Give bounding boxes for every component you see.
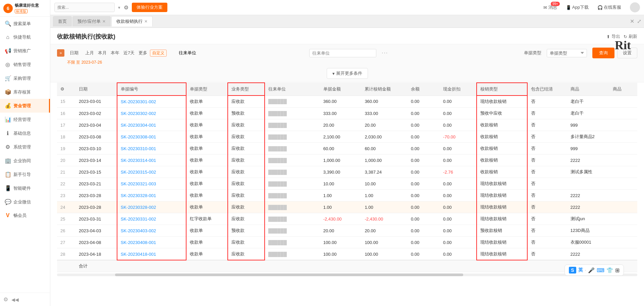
row-voucher-no[interactable]: SK-20230315-002	[117, 166, 186, 178]
row-number: 15	[57, 96, 75, 108]
table-scrollbar[interactable]	[57, 273, 637, 276]
query-button[interactable]: 查询	[592, 48, 614, 58]
voucher-type-select[interactable]: 单据类型	[547, 49, 587, 57]
gear-icon[interactable]: ⚙	[124, 4, 128, 11]
row-voucher-no[interactable]: SK-20230302-002	[117, 108, 186, 119]
sidebar-item-inventory[interactable]: 📦 库存核算	[0, 85, 50, 99]
row-balance: 0.00	[408, 213, 440, 225]
amount-column-header: 单据金额	[320, 83, 362, 96]
row-voucher-no[interactable]: SK-20230408-001	[117, 237, 186, 248]
row-balance: 0.00	[408, 201, 440, 213]
row-writeoff-type: 现结收款核销	[477, 201, 527, 213]
tab-collection-close[interactable]: ✕	[144, 19, 148, 24]
row-voucher-no[interactable]: SK-20230310-001	[117, 143, 186, 155]
row-voucher-no[interactable]: SK-20230403-002	[117, 225, 186, 237]
row-voucher-type: 红字收款单	[186, 213, 228, 225]
search-input[interactable]	[54, 3, 115, 12]
row-partner: ██████	[265, 237, 320, 248]
date-7days-button[interactable]: 近7天	[122, 49, 136, 57]
tab-prepay[interactable]: 预付/应付单 ✕	[72, 16, 111, 26]
row-voucher-no[interactable]: SK-20230418-001	[117, 248, 186, 260]
voucher-link[interactable]: SK-20230418-001	[121, 252, 156, 257]
voucher-link[interactable]: SK-20230308-001	[121, 134, 156, 139]
row-voucher-no[interactable]: SK-20230301-002	[117, 96, 186, 108]
row-writeoff-type: 现结收款核销	[477, 96, 527, 108]
voucher-link[interactable]: SK-20230331-002	[121, 217, 156, 222]
voucher-link[interactable]: SK-20230302-002	[121, 111, 156, 116]
sidebar-item-operations[interactable]: 📊 经营管理	[0, 113, 50, 126]
row-balance: 0.00	[408, 155, 440, 166]
row-cash-discount: 0.00	[440, 155, 477, 166]
voucher-link[interactable]: SK-20230310-001	[121, 146, 156, 151]
sidebar-item-wechat[interactable]: 💬 企业微信	[0, 195, 50, 209]
sidebar-item-wechat-label: 企业微信	[13, 199, 31, 205]
date-custom-button[interactable]: 自定义	[150, 50, 167, 57]
sidebar-item-member[interactable]: V 畅会员	[0, 209, 50, 222]
voucher-link[interactable]: SK-20230408-001	[121, 240, 156, 245]
row-cash-discount: 0.00	[440, 190, 477, 201]
expand-conditions-button[interactable]: ▾ 展开更多条件	[327, 68, 368, 79]
row-product: 123D商品	[567, 225, 610, 237]
voucher-link[interactable]: SK-20230301-002	[121, 99, 156, 104]
voucher-link[interactable]: SK-20230403-002	[121, 228, 156, 233]
collapse-icon[interactable]: ◀◀	[11, 297, 19, 302]
voucher-link[interactable]: SK-20230304-001	[121, 123, 156, 128]
sidebar-item-finance[interactable]: 💰 资金管理	[0, 99, 50, 113]
row-voucher-no[interactable]: SK-20230328-002	[117, 201, 186, 213]
row-cumulative: 10.00	[361, 178, 407, 190]
row-voucher-type: 收款单	[186, 178, 228, 190]
partner-input[interactable]	[309, 49, 376, 57]
row-biz-type: 应收款	[228, 119, 265, 131]
tab-home[interactable]: 首页	[53, 16, 72, 26]
sidebar-logo[interactable]: 6 畅康道好生意 标准版	[0, 0, 50, 17]
more-options-icon[interactable]: ···	[382, 50, 388, 56]
voucher-link[interactable]: SK-20230328-002	[121, 205, 156, 210]
voucher-link[interactable]: SK-20230314-001	[121, 158, 156, 163]
sidebar-item-corp[interactable]: 🏢 企业协同	[0, 154, 50, 168]
sidebar-item-system[interactable]: ⚙ 系统管理	[0, 140, 50, 154]
row-voucher-no[interactable]: SK-20230314-001	[117, 155, 186, 166]
sidebar-item-basic[interactable]: ℹ 基础信息	[0, 126, 50, 140]
row-voucher-no[interactable]: SK-20230304-001	[117, 119, 186, 131]
sidebar-item-purchase[interactable]: 🛒 采购管理	[0, 71, 50, 85]
sidebar-item-hardware[interactable]: 📱 智能硬件	[0, 181, 50, 195]
row-amount: 20.00	[320, 119, 362, 131]
sidebar-item-guide[interactable]: 📋 新手引导	[0, 168, 50, 181]
row-product: 老白干	[567, 108, 610, 119]
row-voucher-no[interactable]: SK-20230321-003	[117, 178, 186, 190]
sidebar-item-quick[interactable]: ⌂ 快捷导航	[0, 30, 50, 44]
date-curr-year-button[interactable]: 本年	[109, 49, 121, 57]
sidebar-item-search[interactable]: 🔍 搜索菜单	[0, 17, 50, 30]
gear-settings-icon[interactable]: ⚙	[60, 86, 64, 91]
voucher-link[interactable]: SK-20230315-002	[121, 170, 156, 175]
date-prev-month-button[interactable]: 上月	[84, 49, 95, 57]
voucher-link[interactable]: SK-20230321-003	[121, 181, 156, 186]
tab-collection[interactable]: 收款核销执行 ✕	[111, 16, 153, 26]
row-amount: 2,100.00	[320, 131, 362, 143]
service-button[interactable]: 🎧 在线客服	[597, 4, 621, 10]
date-curr-month-button[interactable]: 本月	[97, 49, 108, 57]
total-cell-1: 合计	[75, 260, 117, 272]
dropdown-icon[interactable]: ▾	[118, 5, 120, 10]
settings-icon[interactable]: ⚙	[3, 296, 8, 303]
user-avatar[interactable]	[630, 2, 640, 12]
row-product2	[609, 166, 637, 178]
close-all-icon[interactable]: ✕	[630, 18, 634, 24]
row-voucher-no[interactable]: SK-20230308-001	[117, 131, 186, 143]
date-more-button[interactable]: 更多	[137, 49, 149, 57]
notification-button[interactable]: ✉ 消息 99+	[543, 4, 557, 10]
total-cell-4	[228, 260, 265, 272]
row-voucher-no[interactable]: SK-20230331-002	[117, 213, 186, 225]
voucher-link[interactable]: SK-20230328-001	[121, 193, 156, 198]
app-download-button[interactable]: 📱 App下载	[566, 4, 589, 10]
gear-column-header[interactable]: ⚙	[57, 83, 75, 96]
solution-button[interactable]: 体验行业方案	[132, 3, 167, 12]
sidebar-item-sales[interactable]: ◎ 销售管理	[0, 58, 50, 71]
expand-icon[interactable]: ⤢	[637, 18, 641, 24]
sidebar-item-marketing[interactable]: 📢 营销推广	[0, 44, 50, 58]
row-date: 2023-04-08	[75, 237, 117, 248]
sidebar-item-sales-label: 销售管理	[13, 62, 31, 68]
filter-toggle-button[interactable]: »	[57, 49, 64, 57]
row-voucher-no[interactable]: SK-20230328-001	[117, 190, 186, 201]
tab-prepay-close[interactable]: ✕	[102, 19, 106, 24]
